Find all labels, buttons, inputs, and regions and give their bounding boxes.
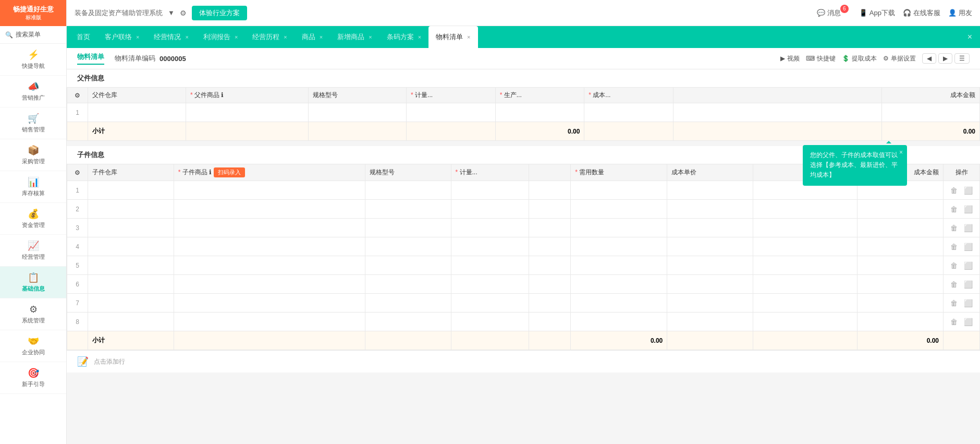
- tab-operations[interactable]: 经营情况 ×: [146, 26, 195, 48]
- child-row-1-qty[interactable]: [571, 181, 667, 200]
- copy-row-5-btn[interactable]: ⬜: [962, 260, 975, 271]
- child-row-1-warehouse[interactable]: [88, 181, 174, 200]
- child-row-1-unitprice[interactable]: [667, 181, 753, 200]
- child-row-3-unitprice[interactable]: [667, 219, 753, 237]
- child-row-8-unitprice[interactable]: [667, 313, 753, 331]
- tab-operations-close[interactable]: ×: [185, 34, 188, 40]
- child-row-7-unitprice[interactable]: [667, 294, 753, 313]
- child-row-4-warehouse[interactable]: [88, 237, 174, 256]
- sidebar-item-guide[interactable]: 🎯 新手引导: [0, 362, 66, 394]
- child-row-5-unit[interactable]: [451, 256, 529, 275]
- copy-row-6-btn[interactable]: ⬜: [962, 279, 975, 290]
- child-row-3-goods[interactable]: [174, 219, 365, 237]
- child-row-4-unitprice[interactable]: [667, 237, 753, 256]
- gear-settings-icon[interactable]: ⚙: [180, 9, 187, 17]
- close-all-btn[interactable]: ×: [962, 32, 977, 42]
- delete-row-4-btn[interactable]: 🗑: [948, 242, 960, 252]
- child-row-6-goods[interactable]: [174, 275, 365, 294]
- message-btn[interactable]: 💬 消息 6: [817, 8, 851, 18]
- scan-input-btn[interactable]: 扫码录入: [214, 167, 245, 177]
- sidebar-item-basic-info[interactable]: 📋 基础信息: [0, 267, 66, 298]
- child-row-7-qty[interactable]: [571, 294, 667, 313]
- experience-btn[interactable]: 体验行业方案: [192, 6, 247, 20]
- tab-goods[interactable]: 商品 ×: [295, 26, 330, 48]
- sidebar-item-inventory[interactable]: 📊 库存核算: [0, 171, 66, 203]
- extract-cost-btn[interactable]: 💲 提取成本: [842, 54, 877, 63]
- child-row-2-unitprice[interactable]: [667, 200, 753, 219]
- tab-new-goods-close[interactable]: ×: [369, 34, 372, 40]
- child-row-1-goods[interactable]: [174, 181, 365, 200]
- sidebar-item-quick-nav[interactable]: ⚡ 快捷导航: [0, 44, 66, 76]
- child-row-5-warehouse[interactable]: [88, 256, 174, 275]
- child-row-7-spec[interactable]: [365, 294, 451, 313]
- view-btn[interactable]: ▶ 视频: [780, 54, 800, 63]
- child-row-6-spec[interactable]: [365, 275, 451, 294]
- delete-row-7-btn[interactable]: 🗑: [948, 298, 960, 308]
- child-row-3-unit[interactable]: [451, 219, 529, 237]
- delete-row-8-btn[interactable]: 🗑: [948, 317, 960, 327]
- tab-customer[interactable]: 客户联络 ×: [97, 26, 146, 48]
- sidebar-item-search[interactable]: 🔍 搜索菜单: [0, 26, 66, 44]
- child-row-7-unit[interactable]: [451, 294, 529, 313]
- parent-row-1-unit[interactable]: [407, 103, 496, 122]
- child-row-4-unit[interactable]: [451, 237, 529, 256]
- child-row-2-spec[interactable]: [365, 200, 451, 219]
- child-row-2-goods[interactable]: [174, 200, 365, 219]
- child-row-2-unit[interactable]: [451, 200, 529, 219]
- child-row-8-spec[interactable]: [365, 313, 451, 331]
- copy-row-2-btn[interactable]: ⬜: [962, 204, 975, 214]
- sub-tab-bom-list[interactable]: 物料清单: [77, 52, 104, 65]
- tab-customer-close[interactable]: ×: [136, 34, 139, 40]
- parent-row-1-spec[interactable]: [309, 103, 407, 122]
- child-row-5-qty[interactable]: [571, 256, 667, 275]
- child-row-6-unitprice[interactable]: [667, 275, 753, 294]
- child-row-8-qty[interactable]: [571, 313, 667, 331]
- child-row-2-qty[interactable]: [571, 200, 667, 219]
- dropdown-arrow-icon[interactable]: ▼: [168, 9, 175, 17]
- list-view-btn[interactable]: ☰: [954, 53, 970, 64]
- next-btn[interactable]: ▶: [938, 53, 952, 64]
- sidebar-item-purchase[interactable]: 📦 采购管理: [0, 139, 66, 171]
- child-row-1-spec[interactable]: [365, 181, 451, 200]
- copy-row-1-btn[interactable]: ⬜: [962, 185, 975, 196]
- child-row-2-warehouse[interactable]: [88, 200, 174, 219]
- sidebar-item-marketing[interactable]: 📣 营销推广: [0, 76, 66, 107]
- tab-bom-close[interactable]: ×: [467, 34, 470, 40]
- tooltip-close-btn[interactable]: ×: [899, 148, 903, 158]
- tab-barcode[interactable]: 条码方案 ×: [379, 26, 428, 48]
- child-row-3-qty[interactable]: [571, 219, 667, 237]
- tab-history[interactable]: 经营历程 ×: [245, 26, 294, 48]
- delete-row-1-btn[interactable]: 🗑: [948, 185, 960, 196]
- single-settings-btn[interactable]: ⚙ 单据设置: [883, 54, 916, 63]
- shortcut-btn[interactable]: ⌨ 快捷键: [806, 54, 836, 63]
- delete-row-5-btn[interactable]: 🗑: [948, 260, 960, 271]
- tab-new-goods[interactable]: 新增商品 ×: [330, 26, 379, 48]
- child-row-3-warehouse[interactable]: [88, 219, 174, 237]
- tab-profit[interactable]: 利润报告 ×: [196, 26, 245, 48]
- child-row-5-unitprice[interactable]: [667, 256, 753, 275]
- child-row-7-warehouse[interactable]: [88, 294, 174, 313]
- tab-barcode-close[interactable]: ×: [418, 34, 421, 40]
- app-download-btn[interactable]: 📱 App下载: [859, 8, 895, 18]
- delete-row-2-btn[interactable]: 🗑: [948, 204, 960, 214]
- delete-row-6-btn[interactable]: 🗑: [948, 279, 960, 290]
- sidebar-item-sales[interactable]: 🛒 销售管理: [0, 107, 66, 139]
- child-row-1-unit[interactable]: [451, 181, 529, 200]
- parent-row-1-cost[interactable]: [584, 103, 673, 122]
- copy-row-3-btn[interactable]: ⬜: [962, 223, 975, 233]
- parent-col-settings[interactable]: ⚙: [67, 88, 88, 103]
- online-service-btn[interactable]: 🎧 在线客服: [903, 8, 940, 18]
- delete-row-3-btn[interactable]: 🗑: [948, 223, 960, 233]
- copy-row-8-btn[interactable]: ⬜: [962, 317, 975, 327]
- child-row-6-qty[interactable]: [571, 275, 667, 294]
- child-row-8-warehouse[interactable]: [88, 313, 174, 331]
- sidebar-item-finance[interactable]: 💰 资金管理: [0, 203, 66, 235]
- child-row-8-goods[interactable]: [174, 313, 365, 331]
- sidebar-item-operations[interactable]: 📈 经营管理: [0, 235, 66, 267]
- tab-history-close[interactable]: ×: [284, 34, 287, 40]
- prev-btn[interactable]: ◀: [922, 53, 936, 64]
- parent-row-1-warehouse[interactable]: [88, 103, 186, 122]
- copy-row-4-btn[interactable]: ⬜: [962, 242, 975, 252]
- parent-row-1-produce[interactable]: [495, 103, 584, 122]
- child-col-settings[interactable]: ⚙: [67, 164, 88, 181]
